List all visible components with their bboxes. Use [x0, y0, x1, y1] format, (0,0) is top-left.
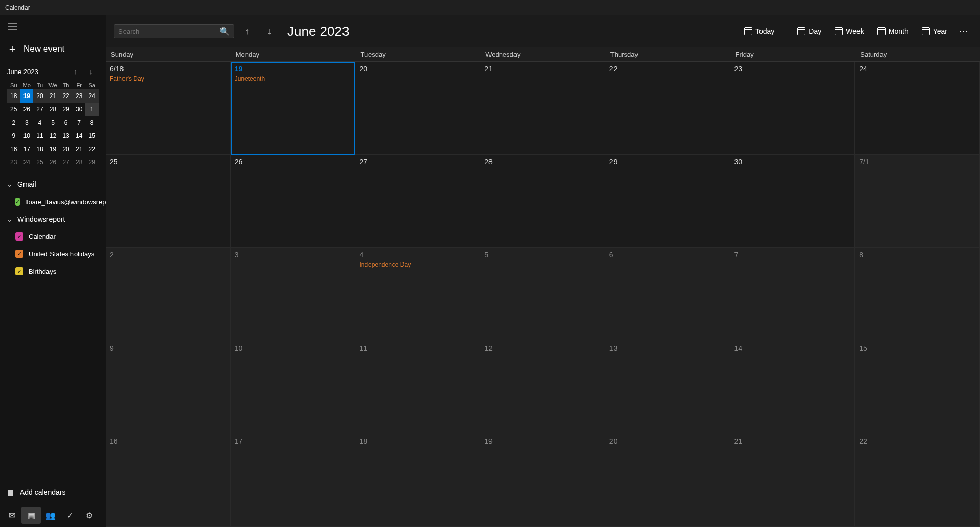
- day-cell[interactable]: 21: [480, 62, 605, 155]
- mini-day-cell[interactable]: 21: [72, 142, 86, 156]
- mini-next-button[interactable]: ↓: [83, 64, 99, 79]
- mail-icon[interactable]: ✉: [2, 507, 21, 524]
- day-cell[interactable]: 2: [106, 248, 231, 341]
- people-icon[interactable]: 👥: [41, 507, 60, 524]
- day-cell[interactable]: 18: [355, 434, 480, 527]
- event-label[interactable]: Independence Day: [359, 261, 476, 268]
- day-cell[interactable]: 5: [480, 248, 605, 341]
- day-cell[interactable]: 14: [730, 341, 855, 434]
- mini-day-cell[interactable]: 9: [7, 129, 20, 142]
- mini-day-cell[interactable]: 18: [33, 142, 46, 156]
- day-cell[interactable]: 22: [605, 62, 730, 155]
- mini-day-cell[interactable]: 23: [7, 156, 20, 169]
- day-cell[interactable]: 9: [106, 341, 231, 434]
- mini-day-cell[interactable]: 2: [7, 116, 20, 129]
- mini-day-cell[interactable]: 26: [20, 103, 34, 116]
- settings-icon[interactable]: ⚙: [80, 507, 99, 524]
- mini-prev-button[interactable]: ↑: [68, 64, 83, 79]
- day-cell[interactable]: 25: [106, 155, 231, 248]
- day-cell[interactable]: 6/18Father's Day: [106, 62, 231, 155]
- day-cell[interactable]: 29: [605, 155, 730, 248]
- day-cell[interactable]: 7: [730, 248, 855, 341]
- mini-day-cell[interactable]: 20: [33, 89, 46, 103]
- day-cell[interactable]: 12: [480, 341, 605, 434]
- today-button[interactable]: Today: [739, 24, 779, 38]
- account-header[interactable]: ⌄Gmail: [0, 176, 106, 193]
- event-label[interactable]: Juneteenth: [235, 75, 351, 82]
- day-cell[interactable]: 23: [730, 62, 855, 155]
- mini-day-cell[interactable]: 17: [20, 142, 34, 156]
- day-cell[interactable]: 17: [231, 434, 356, 527]
- day-cell[interactable]: 11: [355, 341, 480, 434]
- calendar-checkbox[interactable]: ✓: [15, 198, 20, 206]
- mini-day-cell[interactable]: 6: [59, 116, 72, 129]
- new-event-button[interactable]: ＋ New event: [0, 37, 106, 61]
- mini-day-cell[interactable]: 5: [46, 116, 60, 129]
- add-calendars-button[interactable]: ▦ Add calendars: [0, 481, 106, 504]
- calendar-checkbox[interactable]: ✓: [15, 267, 23, 275]
- mini-day-cell[interactable]: 25: [33, 156, 46, 169]
- day-cell[interactable]: 7/1: [855, 155, 980, 248]
- search-input[interactable]: [118, 28, 219, 35]
- day-cell[interactable]: 4Independence Day: [355, 248, 480, 341]
- mini-day-cell[interactable]: 19: [20, 89, 34, 103]
- day-cell[interactable]: 26: [231, 155, 356, 248]
- period-label[interactable]: June 2023: [287, 23, 349, 39]
- mini-day-cell[interactable]: 29: [59, 103, 72, 116]
- mini-day-cell[interactable]: 21: [46, 89, 60, 103]
- maximize-button[interactable]: [933, 0, 957, 15]
- calendar-item[interactable]: ✓Birthdays: [0, 263, 106, 279]
- mini-day-cell[interactable]: 29: [85, 156, 99, 169]
- mini-day-cell[interactable]: 25: [7, 103, 20, 116]
- mini-day-cell[interactable]: 7: [72, 116, 86, 129]
- todo-icon[interactable]: ✓: [60, 507, 80, 524]
- day-cell[interactable]: 6: [605, 248, 730, 341]
- calendar-item[interactable]: ✓Calendar: [0, 228, 106, 245]
- day-cell[interactable]: 15: [855, 341, 980, 434]
- calendar-checkbox[interactable]: ✓: [15, 250, 23, 258]
- mini-day-cell[interactable]: 18: [7, 89, 20, 103]
- mini-day-cell[interactable]: 8: [85, 116, 99, 129]
- minimize-button[interactable]: [910, 0, 933, 15]
- mini-day-cell[interactable]: 27: [59, 156, 72, 169]
- day-cell[interactable]: 20: [355, 62, 480, 155]
- week-view-button[interactable]: Week: [829, 24, 869, 38]
- mini-day-cell[interactable]: 27: [33, 103, 46, 116]
- day-cell[interactable]: 22: [855, 434, 980, 527]
- calendar-icon[interactable]: ▦: [21, 507, 41, 524]
- mini-day-cell[interactable]: 26: [46, 156, 60, 169]
- close-button[interactable]: [957, 0, 980, 15]
- day-cell[interactable]: 21: [730, 434, 855, 527]
- day-cell[interactable]: 19Juneteenth: [231, 62, 356, 155]
- day-view-button[interactable]: Day: [792, 24, 826, 38]
- mini-day-cell[interactable]: 28: [46, 103, 60, 116]
- mini-day-cell[interactable]: 13: [59, 129, 72, 142]
- account-header[interactable]: ⌄Windowsreport: [0, 211, 106, 227]
- mini-day-cell[interactable]: 11: [33, 129, 46, 142]
- mini-day-cell[interactable]: 10: [20, 129, 34, 142]
- day-cell[interactable]: 13: [605, 341, 730, 434]
- day-cell[interactable]: 3: [231, 248, 356, 341]
- mini-day-cell[interactable]: 15: [85, 129, 99, 142]
- calendar-item[interactable]: ✓United States holidays: [0, 246, 106, 262]
- hamburger-button[interactable]: [2, 16, 22, 37]
- mini-day-cell[interactable]: 24: [20, 156, 34, 169]
- day-cell[interactable]: 24: [855, 62, 980, 155]
- mini-day-cell[interactable]: 4: [33, 116, 46, 129]
- mini-day-cell[interactable]: 20: [59, 142, 72, 156]
- day-cell[interactable]: 27: [355, 155, 480, 248]
- mini-day-cell[interactable]: 24: [85, 89, 99, 103]
- mini-day-cell[interactable]: 16: [7, 142, 20, 156]
- mini-day-cell[interactable]: 3: [20, 116, 34, 129]
- mini-day-cell[interactable]: 22: [59, 89, 72, 103]
- mini-day-cell[interactable]: 19: [46, 142, 60, 156]
- mini-day-cell[interactable]: 1: [85, 103, 99, 116]
- mini-day-cell[interactable]: 22: [85, 142, 99, 156]
- search-box[interactable]: 🔍: [114, 24, 234, 38]
- prev-period-button[interactable]: ↑: [237, 21, 257, 41]
- more-button[interactable]: ⋯: [955, 26, 972, 37]
- event-label[interactable]: Father's Day: [110, 75, 226, 82]
- day-cell[interactable]: 8: [855, 248, 980, 341]
- day-cell[interactable]: 20: [605, 434, 730, 527]
- mini-day-cell[interactable]: 30: [72, 103, 86, 116]
